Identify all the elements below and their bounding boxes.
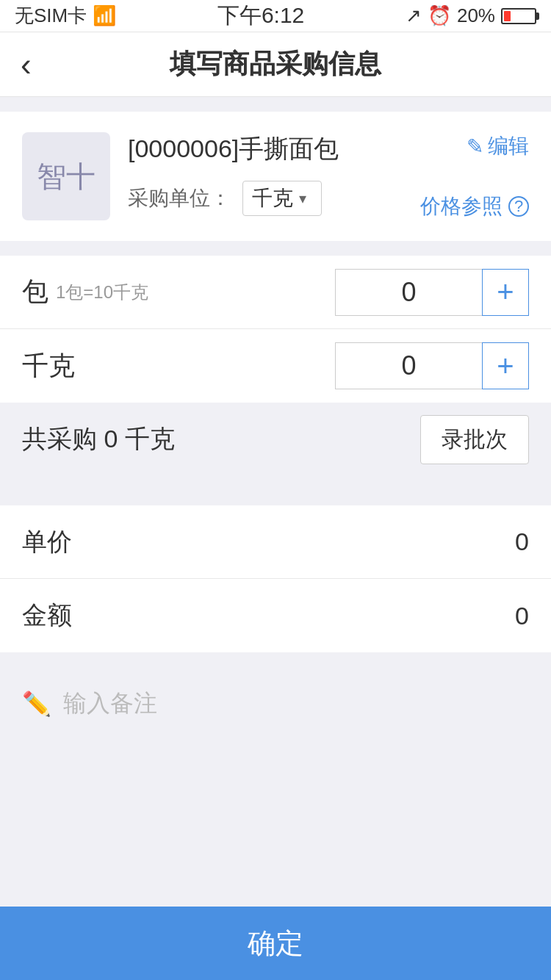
status-left: 无SIM卡 📶 [15,3,116,29]
kg-quantity-input[interactable] [335,342,482,389]
bag-row: 包 1包=10千克 + [0,256,551,329]
battery-fill [504,11,511,21]
price-ref-button[interactable]: 价格参照 ? [420,192,529,220]
price-ref-label: 价格参照 [420,192,503,220]
kg-plus-icon: + [497,350,514,383]
edit-label: 编辑 [488,132,529,160]
carrier-text: 无SIM卡 [15,3,87,29]
wifi-icon: 📶 [93,4,116,27]
kg-plus-button[interactable]: + [482,342,529,389]
input-section: 包 1包=10千克 + 千克 + [0,256,551,403]
status-right: ↗ ⏰ 20% [406,4,536,27]
kg-input-wrap: + [335,342,529,389]
battery-pct: 20% [457,4,495,27]
product-card: 智十 [0000006]手撕面包 采购单位： 千克 ▾ ✎ 编辑 价格参照 ? [0,112,551,241]
confirm-button[interactable]: 确定 [0,907,551,980]
divider-2 [0,476,551,491]
unit-dropdown-arrow: ▾ [299,190,306,207]
alarm-icon: ⏰ [428,4,451,27]
edit-icon: ✎ [467,134,483,159]
price-label: 单价 [22,525,72,559]
status-time: 下午6:12 [217,1,304,31]
bag-plus-button[interactable]: + [482,269,529,316]
batch-button[interactable]: 录批次 [420,415,529,464]
edit-button[interactable]: ✎ 编辑 [467,132,529,160]
back-button[interactable]: ‹ [21,46,32,83]
bag-input-wrap: + [335,269,529,316]
unit-value: 千克 [252,184,293,212]
back-icon: ‹ [21,46,32,83]
bag-plus-icon: + [497,275,514,309]
amount-label: 金额 [22,599,72,633]
battery-icon [501,8,536,24]
notes-section[interactable]: ✏️ 输入备注 [0,667,551,741]
summary-section: 共采购 0 千克 录批次 [0,403,551,476]
bag-sublabel: 1包=10千克 [56,281,148,304]
summary-row: 共采购 0 千克 录批次 [0,403,551,476]
unit-label: 采购单位： [128,184,231,212]
product-logo: 智十 [37,156,96,197]
amount-value: 0 [515,602,529,630]
info-section: 单价 0 金额 0 [0,505,551,652]
kg-row: 千克 + [0,329,551,403]
notes-placeholder: 输入备注 [63,688,157,720]
unit-select[interactable]: 千克 ▾ [242,181,322,216]
bag-label: 包 [22,274,48,310]
divider-1 [0,241,551,256]
amount-row: 金额 0 [0,579,551,652]
location-icon: ↗ [406,4,422,27]
notes-icon: ✏️ [22,690,51,718]
kg-label: 千克 [22,348,75,384]
summary-label: 共采购 0 千克 [22,422,175,456]
price-row: 单价 0 [0,505,551,579]
product-image: 智十 [22,132,110,220]
price-value: 0 [515,527,529,556]
status-bar: 无SIM卡 📶 下午6:12 ↗ ⏰ 20% [0,0,551,32]
bag-quantity-input[interactable] [335,269,482,316]
price-ref-help-icon: ? [508,196,529,217]
nav-bar: ‹ 填写商品采购信息 [0,32,551,97]
page-title: 填写商品采购信息 [170,46,381,82]
